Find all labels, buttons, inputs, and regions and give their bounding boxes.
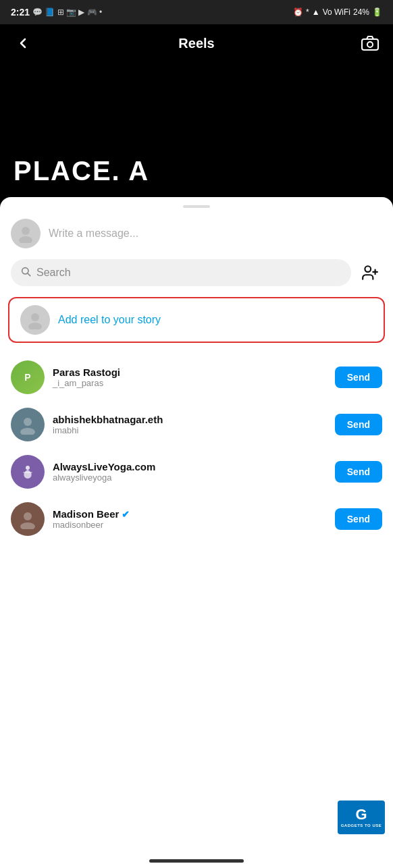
- contact-name-abhi: abhishekbhatnagar.eth: [53, 414, 327, 425]
- bluetooth-icon: *: [306, 7, 309, 17]
- contact-name-paras: Paras Rastogi: [53, 367, 327, 378]
- svg-point-12: [20, 428, 35, 435]
- back-button[interactable]: [11, 31, 35, 55]
- status-right: ⏰ * ▲ Vo WiFi 24% 🔋: [293, 7, 382, 17]
- add-person-button[interactable]: [358, 261, 382, 285]
- contact-avatar-madison: [11, 502, 45, 536]
- search-bar[interactable]: Search: [11, 259, 351, 286]
- page-title: Reels: [178, 36, 214, 51]
- contact-row: Madison Beer ✔ madisonbeer Send: [11, 495, 382, 543]
- contact-info-abhi: abhishekbhatnagar.eth imabhi: [53, 414, 327, 435]
- contact-handle-abhi: imabhi: [53, 425, 327, 435]
- contact-handle-madison: madisonbeer: [53, 520, 327, 530]
- status-time: 2:21: [11, 7, 30, 18]
- add-story-row[interactable]: Add reel to your story: [8, 297, 385, 343]
- verified-badge-madison: ✔: [122, 509, 130, 520]
- contact-handle-yoga: alwaysliveyoga: [53, 472, 327, 483]
- reel-background: PLACE. A: [0, 62, 393, 197]
- svg-point-2: [22, 227, 30, 235]
- battery-text: 24%: [353, 7, 369, 17]
- status-left: 2:21 💬 📘 ⊞ 📷 ▶ 🎮 •: [11, 7, 102, 18]
- send-button-madison[interactable]: Send: [335, 508, 382, 530]
- contact-avatar-paras: P: [11, 360, 45, 394]
- svg-line-5: [28, 273, 30, 276]
- contact-info-paras: Paras Rastogi _i_am_paras: [53, 367, 327, 388]
- user-avatar: [11, 219, 41, 248]
- story-avatar: [20, 305, 50, 335]
- svg-rect-0: [362, 39, 378, 50]
- contact-name-madison: Madison Beer ✔: [53, 508, 327, 520]
- search-row: Search: [0, 259, 393, 297]
- contact-row: abhishekbhatnagar.eth imabhi Send: [11, 401, 382, 448]
- svg-point-13: [26, 466, 30, 470]
- watermark-logo: G: [355, 807, 367, 822]
- contact-name-yoga: AlwaysLiveYoga.com: [53, 461, 327, 472]
- share-sheet: Write a message... Search: [0, 197, 393, 868]
- svg-point-6: [365, 266, 371, 272]
- reel-title-text: PLACE. A: [14, 156, 149, 186]
- watermark-text: GADGETS TO USE: [341, 823, 382, 828]
- send-button-abhi[interactable]: Send: [335, 414, 382, 435]
- contact-row: AlwaysLiveYoga.com alwaysliveyoga Send: [11, 448, 382, 495]
- send-button-paras[interactable]: Send: [335, 367, 382, 388]
- svg-point-14: [24, 512, 32, 520]
- send-button-yoga[interactable]: Send: [335, 461, 382, 483]
- battery-icon: 🔋: [372, 7, 382, 17]
- notification-icons: 💬 📘 ⊞ 📷 ▶ 🎮 •: [32, 7, 102, 17]
- watermark: G GADGETS TO USE: [338, 801, 385, 834]
- svg-point-15: [20, 522, 35, 529]
- svg-point-3: [19, 236, 32, 243]
- contact-list: P Paras Rastogi _i_am_paras Send abhishe…: [0, 354, 393, 543]
- add-story-label: Add reel to your story: [58, 314, 161, 326]
- search-icon: [20, 266, 31, 279]
- svg-point-9: [31, 313, 39, 321]
- status-bar: 2:21 💬 📘 ⊞ 📷 ▶ 🎮 • ⏰ * ▲ Vo WiFi 24% 🔋: [0, 0, 393, 24]
- contact-row: P Paras Rastogi _i_am_paras Send: [11, 354, 382, 401]
- wifi-icon: ▲: [312, 7, 320, 17]
- signal-text: Vo WiFi: [323, 7, 350, 17]
- top-nav: Reels: [0, 24, 393, 62]
- sheet-handle: [183, 205, 210, 208]
- message-input-row: Write a message...: [0, 219, 393, 259]
- svg-point-11: [24, 418, 32, 426]
- contact-avatar-abhi: [11, 408, 45, 441]
- bottom-nav-indicator: [149, 859, 244, 863]
- search-input-placeholder: Search: [36, 267, 71, 279]
- contact-info-madison: Madison Beer ✔ madisonbeer: [53, 508, 327, 530]
- contact-info-yoga: AlwaysLiveYoga.com alwaysliveyoga: [53, 461, 327, 483]
- svg-point-1: [367, 42, 373, 47]
- contact-avatar-yoga: [11, 455, 45, 489]
- contact-handle-paras: _i_am_paras: [53, 378, 327, 388]
- message-placeholder[interactable]: Write a message...: [49, 227, 382, 240]
- svg-point-10: [28, 323, 42, 329]
- alarm-icon: ⏰: [293, 7, 303, 17]
- camera-button[interactable]: [358, 31, 382, 55]
